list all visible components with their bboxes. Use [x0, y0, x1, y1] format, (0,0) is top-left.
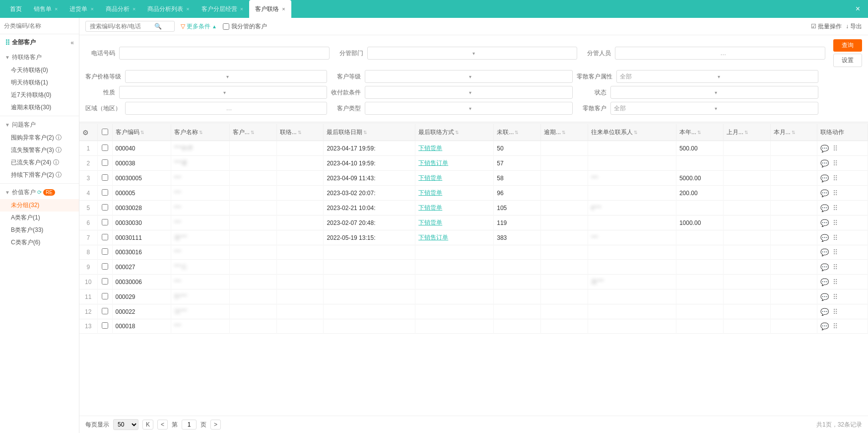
- sidebar-item-7days-pending[interactable]: 近7天待联络(0): [0, 89, 79, 101]
- sidebar-collapse-button[interactable]: «: [70, 39, 74, 46]
- my-customers-check[interactable]: [223, 23, 229, 30]
- page-size-select[interactable]: 50 100 200: [113, 419, 138, 430]
- sort-icon[interactable]: ⇅: [251, 130, 255, 135]
- grid-action-icon[interactable]: ⠿: [833, 189, 838, 197]
- sidebar-item-churned[interactable]: 已流失客户(24) ⓘ: [0, 156, 79, 169]
- nature-select[interactable]: ▾: [119, 86, 327, 99]
- chat-icon[interactable]: 💬: [820, 144, 829, 152]
- region-select[interactable]: …: [125, 102, 327, 115]
- chat-icon[interactable]: 💬: [820, 159, 829, 167]
- sidebar-search-input[interactable]: [4, 22, 78, 29]
- contact-method-link[interactable]: 下销货单: [418, 219, 442, 226]
- grid-action-icon[interactable]: ⠿: [833, 322, 838, 330]
- close-icon[interactable]: ×: [186, 6, 189, 12]
- tab-customer-segmentation[interactable]: 客户分层经营 ×: [196, 0, 249, 18]
- main-search-icon[interactable]: 🔍: [154, 23, 162, 30]
- grid-action-icon[interactable]: ⠿: [833, 159, 838, 167]
- sidebar-item-overdue-contact[interactable]: 逾期未联络(30): [0, 101, 79, 114]
- dept-select[interactable]: ▾: [367, 47, 578, 60]
- refresh-icon[interactable]: ⟳: [37, 189, 42, 196]
- contact-method-link[interactable]: 下销货单: [418, 144, 442, 151]
- select-all-checkbox[interactable]: [102, 129, 108, 135]
- window-close-button[interactable]: ×: [852, 4, 864, 13]
- customer-level-select[interactable]: ▾: [365, 70, 573, 83]
- status-select[interactable]: ▾: [610, 86, 818, 99]
- my-customers-checkbox[interactable]: 我分管的客户: [223, 22, 267, 31]
- contact-method-link[interactable]: 下销货单: [418, 174, 442, 181]
- grid-action-icon[interactable]: ⠿: [833, 278, 838, 286]
- batch-operation-button[interactable]: ☑ 批量操作: [811, 22, 842, 31]
- grid-action-icon[interactable]: ⠿: [833, 174, 838, 182]
- sort-icon[interactable]: ⇅: [562, 130, 566, 135]
- tab-customer-contact[interactable]: 客户联络 ×: [249, 0, 291, 18]
- grid-action-icon[interactable]: ⠿: [833, 144, 838, 152]
- sort-icon[interactable]: ⇅: [140, 130, 144, 135]
- grid-action-icon[interactable]: ⠿: [833, 293, 838, 301]
- chat-icon[interactable]: 💬: [820, 322, 829, 330]
- grid-action-icon[interactable]: ⠿: [833, 219, 838, 227]
- close-icon[interactable]: ×: [133, 6, 135, 12]
- tab-purchase[interactable]: 进货单 ×: [64, 0, 99, 18]
- customer-type-select[interactable]: ▾: [365, 102, 573, 115]
- close-icon[interactable]: ×: [55, 6, 58, 12]
- row-checkbox[interactable]: [102, 219, 108, 225]
- sidebar-item-today-pending[interactable]: 今天待联络(0): [0, 64, 79, 76]
- sidebar-item-hoarding-anomaly[interactable]: 囤购异常客户(2) ⓘ: [0, 132, 79, 144]
- first-page-button[interactable]: K: [142, 420, 153, 430]
- sort-icon[interactable]: ⇅: [455, 130, 459, 135]
- sort-icon[interactable]: ⇅: [199, 130, 203, 135]
- sort-icon[interactable]: ⇅: [634, 130, 638, 135]
- grid-action-icon[interactable]: ⠿: [833, 204, 838, 212]
- row-checkbox[interactable]: [102, 174, 108, 181]
- close-icon[interactable]: ×: [282, 6, 285, 12]
- row-checkbox[interactable]: [102, 144, 108, 151]
- chat-icon[interactable]: 💬: [820, 189, 829, 197]
- sidebar-item-tomorrow-pending[interactable]: 明天待联络(1): [0, 76, 79, 89]
- close-icon[interactable]: ×: [240, 6, 243, 12]
- row-checkbox[interactable]: [102, 189, 108, 196]
- grid-action-icon[interactable]: ⠿: [833, 248, 838, 256]
- scatter-customer-select[interactable]: 全部 ▾: [610, 102, 818, 115]
- chat-icon[interactable]: 💬: [820, 204, 829, 212]
- chat-icon[interactable]: 💬: [820, 308, 829, 316]
- chat-icon[interactable]: 💬: [820, 263, 829, 271]
- contact-method-link[interactable]: 下销货单: [418, 204, 442, 211]
- chat-icon[interactable]: 💬: [820, 278, 829, 286]
- phone-input[interactable]: [119, 47, 330, 60]
- chat-icon[interactable]: 💬: [820, 248, 829, 256]
- tab-home[interactable]: 首页: [4, 0, 28, 18]
- sort-icon[interactable]: ⇅: [792, 130, 796, 135]
- row-checkbox[interactable]: [102, 159, 108, 166]
- manager-select[interactable]: …: [615, 47, 825, 60]
- reset-button[interactable]: 设置: [833, 54, 862, 67]
- contact-method-link[interactable]: 下销售订单: [418, 234, 448, 241]
- tab-product-analysis[interactable]: 商品分析 ×: [100, 0, 141, 18]
- chat-icon[interactable]: 💬: [820, 219, 829, 227]
- more-conditions-button[interactable]: ▽ 更多条件 ▲: [181, 22, 217, 31]
- export-button[interactable]: ↓ 导出: [846, 22, 862, 31]
- chat-icon[interactable]: 💬: [820, 174, 829, 182]
- page-number-input[interactable]: [182, 420, 197, 430]
- payment-terms-select[interactable]: ▾: [365, 86, 573, 99]
- sidebar-item-class-c[interactable]: C类客户(6): [0, 236, 79, 249]
- sidebar-group-problem-customers[interactable]: ▼ 问题客户: [0, 118, 79, 132]
- sort-icon[interactable]: ⇅: [697, 130, 701, 135]
- tab-sales[interactable]: 销售单 ×: [28, 0, 64, 18]
- sidebar-item-declining[interactable]: 持续下滑客户(2) ⓘ: [0, 169, 79, 181]
- tab-product-analysis-list[interactable]: 商品分析列表 ×: [141, 0, 195, 18]
- sidebar-item-churn-warning[interactable]: 流失预警客户(3) ⓘ: [0, 144, 79, 156]
- sidebar-group-pending-contact[interactable]: ▼ 待联络客户: [0, 51, 79, 64]
- row-checkbox[interactable]: [102, 263, 108, 270]
- chat-icon[interactable]: 💬: [820, 234, 829, 242]
- chat-icon[interactable]: 💬: [820, 293, 829, 301]
- scatter-attr-select[interactable]: 全部 ▾: [616, 70, 818, 83]
- main-search-input[interactable]: [90, 23, 154, 30]
- sidebar-item-class-b[interactable]: B类客户(33): [0, 224, 79, 236]
- contact-method-link[interactable]: 下销货单: [418, 189, 442, 196]
- grid-action-icon[interactable]: ⠿: [833, 234, 838, 242]
- sidebar-item-unclassified[interactable]: 未分组(32): [0, 199, 79, 212]
- row-checkbox[interactable]: [102, 293, 108, 299]
- sort-icon[interactable]: ⇅: [744, 130, 748, 135]
- sidebar-item-class-a[interactable]: A类客户(1): [0, 212, 79, 224]
- grid-action-icon[interactable]: ⠿: [833, 263, 838, 271]
